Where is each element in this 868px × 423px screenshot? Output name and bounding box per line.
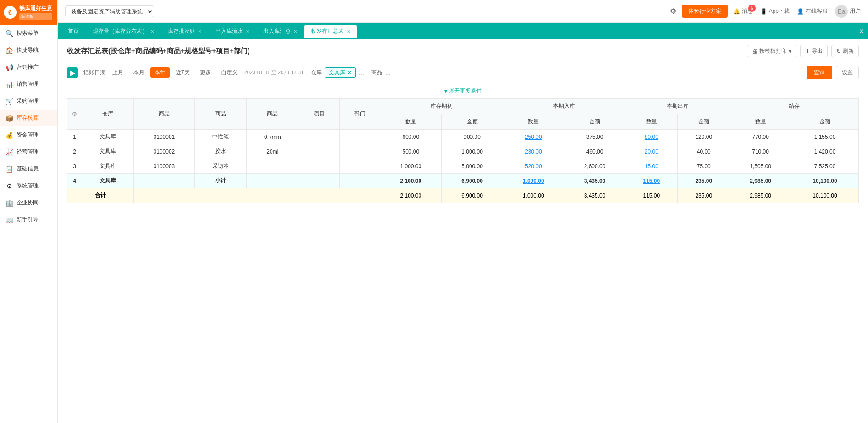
sidebar-item-system[interactable]: ⚙系统管理: [0, 177, 57, 194]
message-button[interactable]: 🔔 消息 6: [733, 7, 753, 15]
date-buttons: 上月本月本年近7天更多自定义: [108, 67, 242, 78]
col-header-spec: 商品: [246, 99, 299, 130]
warehouse-tag[interactable]: 文具库 ✕: [325, 67, 356, 78]
tab-label: 库存批次账: [168, 27, 195, 35]
close-all-tabs-button[interactable]: ✕: [859, 27, 864, 35]
logo-icon: 6: [4, 6, 17, 19]
tab-collect-summary[interactable]: 收发存汇总表✕: [304, 25, 357, 38]
query-button[interactable]: 查询: [807, 66, 832, 79]
inventory-icon: 📦: [6, 115, 13, 122]
sidebar-item-label: 企业协同: [17, 199, 39, 207]
trial-button[interactable]: 体验行业方案: [682, 5, 728, 18]
filter-bar: ▶ 记账日期 上月本月本年近7天更多自定义 2023-01-01 至 2023-…: [58, 61, 868, 84]
footer-in-qty: 1,000.00: [503, 188, 564, 203]
date-btn-近7天[interactable]: 近7天: [171, 67, 194, 78]
tab-close-icon[interactable]: ✕: [347, 29, 350, 34]
logo-title: 畅库通好生意: [19, 5, 52, 12]
warehouse-filter-group: 仓库 文具库 ✕ ...: [311, 67, 364, 78]
in-qty-link[interactable]: 230.00: [525, 148, 542, 155]
out-qty-link[interactable]: 115.00: [643, 178, 660, 184]
sidebar-item-label: 库存核算: [17, 114, 39, 122]
sidebar-item-label: 营销推广: [17, 63, 39, 71]
footer-open-amt: 6,900.00: [442, 188, 503, 203]
tab-batch[interactable]: 库存批次账✕: [161, 25, 208, 38]
row-out-qty: 15.00: [625, 159, 678, 174]
row-spec: [246, 159, 299, 174]
gear-icon[interactable]: ⚙: [670, 7, 676, 16]
table-header-row-1: ⚙ 仓库 商品 商品 商品 项目 部门 库存期初 本期入库 本期出库 结存: [67, 99, 859, 114]
sidebar-item-purchase[interactable]: 🛒采购管理: [0, 93, 57, 110]
setting-button[interactable]: 设置: [836, 66, 859, 79]
sidebar-item-finance[interactable]: 💰资金管理: [0, 126, 57, 143]
warehouse-more-button[interactable]: ...: [359, 69, 364, 77]
tab-label: 首页: [68, 27, 79, 35]
export-button[interactable]: ⬇ 导出: [800, 45, 828, 57]
print-icon: 🖨: [752, 48, 757, 55]
column-settings-icon[interactable]: ⚙: [67, 99, 82, 130]
tab-close-icon[interactable]: ✕: [293, 29, 297, 34]
user-menu[interactable]: Ea 用户: [835, 5, 861, 18]
system-select[interactable]: 装备及固定资产辅助管理系统: [65, 5, 154, 17]
date-btn-上月[interactable]: 上月: [108, 67, 127, 78]
in-qty-link[interactable]: 520.00: [525, 163, 542, 170]
sub-header-in-amt: 金额: [564, 114, 625, 130]
sidebar-item-guide[interactable]: 📖新手引导: [0, 211, 57, 228]
chevron-down-icon: ▾: [444, 88, 447, 94]
tab-close-icon[interactable]: ✕: [198, 29, 202, 34]
row-num: 4: [67, 174, 82, 188]
col-header-dept: 部门: [339, 99, 380, 130]
sidebar-item-basic[interactable]: 📋基础信息: [0, 160, 57, 177]
tab-bar: 首页现存量（库存分布表）✕库存批次账✕出入库流水✕出入库汇总✕收发存汇总表✕ ✕: [58, 23, 868, 39]
tab-inout-summary[interactable]: 出入库汇总✕: [257, 25, 304, 38]
tab-stock-dist[interactable]: 现存量（库存分布表）✕: [86, 25, 160, 38]
date-range-display: 2023-01-01 至 2023-12-31: [244, 69, 304, 76]
sidebar-item-quick-nav[interactable]: 🏠快捷导航: [0, 42, 57, 59]
col-header-code: 商品: [133, 99, 195, 130]
out-qty-link[interactable]: 15.00: [645, 163, 658, 170]
row-in-amt: 3,435.00: [564, 174, 625, 188]
row-project: [299, 174, 339, 188]
tabs-container: 首页现存量（库存分布表）✕库存批次账✕出入库流水✕出入库汇总✕收发存汇总表✕: [61, 25, 357, 38]
goods-more-button[interactable]: ...: [385, 69, 391, 77]
row-name: 小计: [195, 174, 247, 188]
date-btn-本月[interactable]: 本月: [129, 67, 149, 78]
filter-expand-button[interactable]: ▶: [67, 67, 78, 78]
row-out-qty: 20.00: [625, 144, 678, 159]
row-out-amt: 235.00: [678, 174, 730, 188]
remove-warehouse-tag-button[interactable]: ✕: [347, 70, 352, 76]
sidebar-item-marketing[interactable]: 📢营销推广: [0, 59, 57, 76]
sub-header-bal-qty: 数量: [730, 114, 791, 130]
row-name: 中性笔: [195, 130, 247, 144]
col-header-balance: 结存: [730, 99, 859, 114]
row-code: 0100002: [133, 144, 195, 159]
expand-more-button[interactable]: ▾ 展开更多条件: [444, 87, 482, 95]
operation-icon: 📈: [6, 148, 13, 156]
sidebar-item-label: 新手引导: [17, 216, 39, 224]
row-bal-qty: 2,985.00: [730, 174, 791, 188]
sidebar-item-label: 搜索菜单: [17, 29, 39, 37]
sidebar-item-sales[interactable]: 📊销售管理: [0, 76, 57, 93]
sidebar-item-enterprise[interactable]: 🏢企业协同: [0, 194, 57, 211]
date-btn-自定义[interactable]: 自定义: [217, 67, 242, 78]
tab-close-icon[interactable]: ✕: [246, 29, 249, 34]
print-button[interactable]: 🖨 按模板打印 ▾: [747, 45, 796, 57]
in-qty-link[interactable]: 1,000.00: [523, 178, 544, 184]
in-qty-link[interactable]: 250.00: [525, 134, 542, 140]
app-download-button[interactable]: 📱 App下载: [760, 7, 790, 15]
online-service-button[interactable]: 👤 在线客服: [797, 7, 828, 15]
sidebar-item-operation[interactable]: 📈经营管理: [0, 143, 57, 160]
tab-home[interactable]: 首页: [61, 25, 85, 38]
row-bal-qty: 710.00: [730, 144, 791, 159]
tab-close-icon[interactable]: ✕: [150, 29, 154, 34]
date-btn-本年[interactable]: 本年: [150, 67, 170, 78]
row-in-qty: 230.00: [503, 144, 564, 159]
date-btn-更多[interactable]: 更多: [196, 67, 215, 78]
tab-inout-flow[interactable]: 出入库流水✕: [209, 25, 256, 38]
footer-out-amt: 235.00: [678, 188, 730, 203]
out-qty-link[interactable]: 20.00: [645, 148, 658, 155]
row-code: 0100001: [133, 130, 195, 144]
sidebar-item-search[interactable]: 🔍搜索菜单: [0, 25, 57, 42]
out-qty-link[interactable]: 80.00: [645, 134, 658, 140]
refresh-button[interactable]: ↻ 刷新: [831, 45, 859, 57]
sidebar-item-inventory[interactable]: 📦库存核算: [0, 110, 57, 126]
